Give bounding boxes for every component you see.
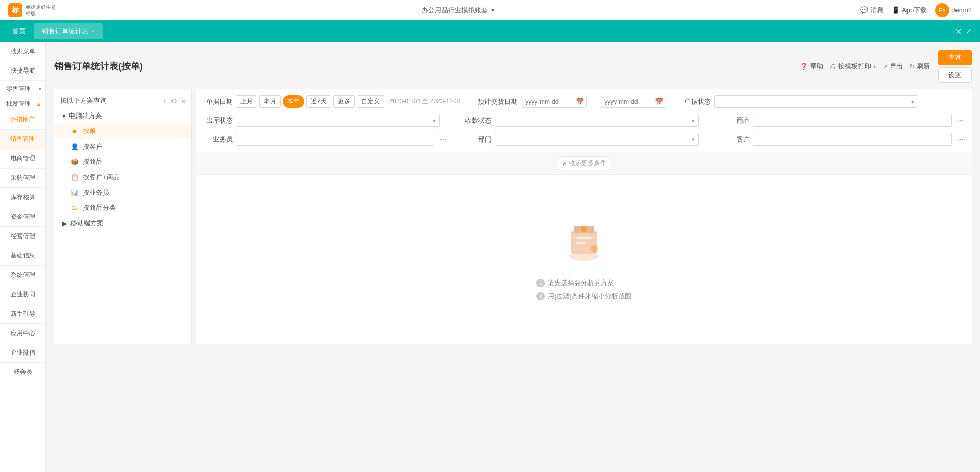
help-button[interactable]: ❓ 帮助 xyxy=(800,62,823,71)
page-actions: ❓ 帮助 🖨 按模板打印 ▾ ↗ 导出 xyxy=(800,62,930,71)
scheme-item-by-order[interactable]: ● 按单 xyxy=(54,124,191,139)
salesman-dots[interactable]: ··· xyxy=(439,135,446,144)
customer-input[interactable] xyxy=(753,133,951,146)
date-btn-more[interactable]: 更多 xyxy=(333,95,355,108)
app-download-button[interactable]: 📱 App下载 xyxy=(892,6,927,15)
sidebar-item-newbie[interactable]: 新手引导 xyxy=(0,304,45,324)
goods-dots[interactable]: ··· xyxy=(957,116,964,125)
sidebar-item-marketing[interactable]: 营销推广 xyxy=(0,110,45,130)
sidebar-item-wechat[interactable]: 企业微信 xyxy=(0,343,45,363)
date-btn-custom[interactable]: 自定义 xyxy=(357,95,384,108)
sidebar-item-wholesale[interactable]: 批发管理 ▲ xyxy=(0,96,45,110)
scheme-group-desktop-label: 电脑端方案 xyxy=(69,111,102,121)
sidebar-item-enterprise[interactable]: 企业协同 xyxy=(0,285,45,304)
sidebar-item-search[interactable]: 搜索菜单 xyxy=(0,42,45,61)
filter-row-1: 单据日期 上月 本月 本年 近7天 更多 自定义 xyxy=(204,95,964,108)
tab-home-label: 首页 xyxy=(12,27,26,36)
edit-scheme-icon[interactable]: ⊙ xyxy=(171,97,177,105)
sidebar-item-shortcuts[interactable]: 快捷导航 xyxy=(0,61,45,81)
topbar-right: 💬 消息 📱 App下载 Ea demo2 xyxy=(860,3,972,17)
scheme-item-by-staff[interactable]: 📊 按业务员 xyxy=(54,185,191,200)
scheme-item-by-customer[interactable]: 👤 按客户 xyxy=(54,139,191,154)
page-outer: 销售订单统计表(按单) ❓ 帮助 🖨 按模板打印 ▾ xyxy=(46,42,980,472)
settings-button[interactable]: 设置 xyxy=(938,67,972,83)
logo-text: 畅捷通好生意 标版 xyxy=(26,4,56,17)
expected-date-start[interactable] xyxy=(521,96,587,108)
scheme-item-label-customer: 按客户 xyxy=(83,142,103,151)
sidebar-item-operations[interactable]: 经营管理 xyxy=(0,227,45,246)
scheme-item-by-category[interactable]: 🗂 按商品分类 xyxy=(54,200,191,216)
sidebar-item-system[interactable]: 系统管理 xyxy=(0,266,45,285)
delivery-select[interactable] xyxy=(236,114,440,127)
scheme-icon-category: 🗂 xyxy=(70,204,79,212)
tip-text-2: 用[过滤]条件来缩小分析范围 xyxy=(548,290,631,303)
expected-date-end-wrap: 📅 xyxy=(600,96,666,108)
sidebar-item-vip[interactable]: 畅会员 xyxy=(0,363,45,382)
sidebar-item-finance[interactable]: 资金管理 xyxy=(0,207,45,227)
refresh-button[interactable]: ↻ 刷新 xyxy=(909,62,930,71)
window-maximize-icon[interactable]: ⤢ xyxy=(966,27,972,35)
date-btn-thisyear[interactable]: 本年 xyxy=(283,95,304,108)
department-select[interactable] xyxy=(495,133,699,146)
print-button[interactable]: 🖨 按模板打印 ▾ xyxy=(829,62,876,71)
sidebar-newbie-label: 新手引导 xyxy=(11,310,35,318)
scheme-item-label-order: 按单 xyxy=(83,127,96,136)
teal-tabbar: 首页 销售订单统计表 × ✕ ⤢ xyxy=(0,20,980,42)
sidebar-item-appstore[interactable]: 应用中心 xyxy=(0,324,45,343)
sidebar-item-retail[interactable]: 零售管理 ▾ xyxy=(0,81,45,96)
scheme-item-by-product[interactable]: 📦 按商品 xyxy=(54,154,191,170)
filter-group-payment: 收款状态 xyxy=(463,114,705,127)
sidebar-wechat-label: 企业微信 xyxy=(11,348,35,357)
tip-num-1: 1 xyxy=(536,279,545,287)
query-button[interactable]: 查询 xyxy=(938,50,972,65)
date-btn-7days[interactable]: 近7天 xyxy=(306,95,331,108)
sidebar-wholesale-label: 批发管理 xyxy=(6,100,31,108)
message-button[interactable]: 💬 消息 xyxy=(860,6,884,15)
payment-select[interactable] xyxy=(495,114,699,127)
add-scheme-icon[interactable]: + xyxy=(163,97,167,105)
empty-tip-1: 1 请先选择要分析的方案 xyxy=(536,276,631,290)
scheme-item-label-staff: 按业务员 xyxy=(83,188,109,197)
user-profile[interactable]: Ea demo2 xyxy=(935,3,972,17)
sidebar-item-sales[interactable]: 销售管理 xyxy=(0,130,45,149)
app-download-label: App下载 xyxy=(902,6,927,15)
filter-group-department: 部门 xyxy=(463,133,705,146)
sidebar-wholesale-arrow: ▲ xyxy=(36,101,41,107)
date-btn-thismonth[interactable]: 本月 xyxy=(259,95,281,108)
empty-tips: 1 请先选择要分析的方案 2 用[过滤]条件来缩小分析范围 xyxy=(536,276,631,303)
scheme-item-by-customer-product[interactable]: 📋 按客户+商品 xyxy=(54,170,191,185)
window-close-icon[interactable]: ✕ xyxy=(955,27,962,36)
tab-active[interactable]: 销售订单统计表 × xyxy=(34,23,103,39)
page-header-right: ❓ 帮助 🖨 按模板打印 ▾ ↗ 导出 xyxy=(800,50,972,83)
status-select[interactable] xyxy=(714,95,918,108)
sidebar-system-label: 系统管理 xyxy=(11,271,35,279)
app-selector-label[interactable]: 办公用品行业模拟账套 xyxy=(422,6,488,15)
sidebar-item-inventory[interactable]: 库存核算 xyxy=(0,188,45,207)
scheme-group-mobile-title[interactable]: ▶ 移动端方案 xyxy=(54,216,191,231)
scheme-icon-customer: 👤 xyxy=(70,143,79,151)
expected-date-end[interactable] xyxy=(600,96,666,108)
export-button[interactable]: ↗ 导出 xyxy=(882,62,903,71)
date-btn-lastmonth[interactable]: 上月 xyxy=(236,95,257,108)
tab-home[interactable]: 首页 xyxy=(4,23,34,39)
sidebar-item-ecommerce[interactable]: 电商管理 xyxy=(0,149,45,169)
scheme-group-desktop-title[interactable]: ▾ 电脑端方案 xyxy=(54,108,191,124)
goods-input[interactable] xyxy=(753,114,951,127)
collapse-row: ∧ 收起更多条件 xyxy=(196,152,972,175)
collapse-btn[interactable]: ∧ 收起更多条件 xyxy=(556,156,612,170)
sidebar-item-basic[interactable]: 基础信息 xyxy=(0,246,45,266)
filter-group-delivery: 出库状态 xyxy=(204,114,447,127)
tip-text-1: 请先选择要分析的方案 xyxy=(548,276,614,290)
tab-close-icon[interactable]: × xyxy=(91,28,94,34)
scheme-icon-product: 📦 xyxy=(70,158,79,166)
sidebar-item-purchase[interactable]: 采购管理 xyxy=(0,169,45,188)
refresh-label: 刷新 xyxy=(917,62,930,71)
goods-label: 商品 xyxy=(721,116,750,125)
salesman-input[interactable] xyxy=(236,133,434,146)
collapse-panel-icon[interactable]: « xyxy=(181,97,185,105)
sidebar-search-label: 搜索菜单 xyxy=(11,47,35,56)
message-label: 消息 xyxy=(870,6,884,15)
topbar-center[interactable]: 办公用品行业模拟账套 ▾ xyxy=(422,6,495,15)
filter-group-salesman: 业务员 ··· xyxy=(204,133,447,146)
customer-dots[interactable]: ··· xyxy=(957,135,964,144)
